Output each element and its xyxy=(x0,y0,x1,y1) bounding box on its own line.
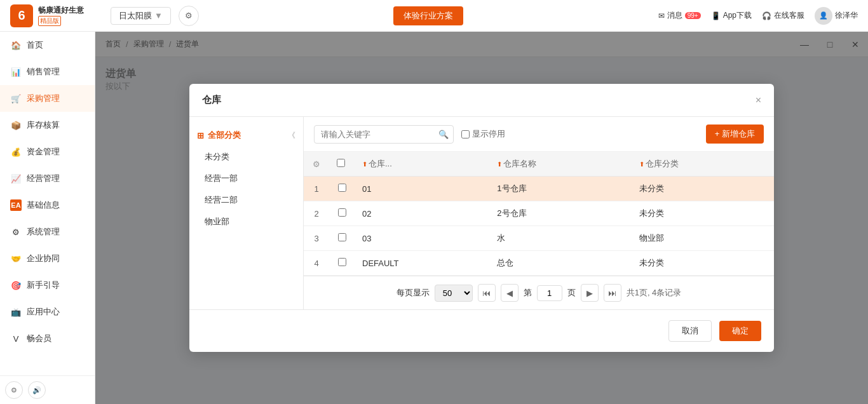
avatar-icon: 👤 xyxy=(819,11,828,20)
dialog-footer: 取消 确定 xyxy=(189,309,774,352)
row-code: DEFAULT xyxy=(355,251,489,276)
sidebar-bottom: ⚙ 🔊 xyxy=(0,375,95,404)
user-profile-button[interactable]: 👤 徐泽华 xyxy=(815,7,858,25)
per-page-select[interactable]: 50 10 20 100 xyxy=(435,285,473,302)
sidebar-item-system[interactable]: ⚙ 系统管理 xyxy=(0,219,95,245)
category-all-header[interactable]: ⊞ 全部分类 《 xyxy=(189,125,303,146)
sales-icon: 📊 xyxy=(10,66,22,77)
row-num: 2 xyxy=(304,201,329,226)
warehouse-table: ⚙ ⬆仓库... ⬆仓库名称 xyxy=(304,152,774,276)
sidebar-label-guide: 新手引导 xyxy=(27,279,60,291)
dialog-title: 仓库 xyxy=(202,94,221,106)
pagination-bar: 每页显示 50 10 20 100 ⏮ ◀ 第 页 xyxy=(304,276,774,309)
sidebar-item-enterprise[interactable]: 🤝 企业协同 xyxy=(0,245,95,272)
prev-page-button[interactable]: ◀ xyxy=(501,284,519,302)
logo-badge: 精品版 xyxy=(38,16,61,26)
purchase-icon: 🛒 xyxy=(10,93,22,104)
grid-icon: ⊞ xyxy=(197,131,204,140)
row-name: 总仓 xyxy=(489,251,632,276)
message-button[interactable]: ✉ 消息 99+ xyxy=(658,10,701,21)
sidebar-item-home[interactable]: 🏠 首页 xyxy=(0,32,95,58)
total-info: 共1页, 4条记录 xyxy=(627,287,682,299)
add-warehouse-button[interactable]: + 新增仓库 xyxy=(706,125,764,144)
dialog-overlay: 仓库 × ⊞ 全部分类 《 未分类 xyxy=(95,32,868,404)
message-icon: ✉ xyxy=(658,11,665,20)
apps-icon: 📺 xyxy=(10,306,22,318)
avatar: 👤 xyxy=(815,7,832,25)
table-row[interactable]: 2 02 2号仓库 未分类 xyxy=(304,201,774,226)
show-disabled-toggle[interactable]: 显示停用 xyxy=(461,128,505,140)
show-disabled-label: 显示停用 xyxy=(472,128,505,140)
online-service-button[interactable]: 🎧 在线客服 xyxy=(762,10,804,21)
category-item-property[interactable]: 物业部 xyxy=(189,211,303,232)
confirm-button[interactable]: 确定 xyxy=(719,321,761,341)
all-category-label: 全部分类 xyxy=(208,130,241,141)
toolbar: 🔍 显示停用 + 新增仓库 xyxy=(304,117,774,152)
table-wrap: ⚙ ⬆仓库... ⬆仓库名称 xyxy=(304,152,774,276)
sidebar-item-operations[interactable]: 📈 经营管理 xyxy=(0,165,95,192)
category-item-uncategorized[interactable]: 未分类 xyxy=(189,146,303,168)
table-row[interactable]: 1 01 1号仓库 未分类 xyxy=(304,177,774,201)
main-content: 首页 / 采购管理 / 进货单 — □ ✕ 进货单 按以下 仓库 xyxy=(95,32,868,404)
row-checkbox[interactable] xyxy=(338,208,346,217)
sidebar-label-sales: 销售管理 xyxy=(27,66,60,77)
page-label: 第 xyxy=(524,287,532,299)
message-badge: 99+ xyxy=(685,12,701,19)
basic-info-icon: EA xyxy=(10,199,22,211)
next-page-button[interactable]: ▶ xyxy=(581,284,599,302)
category-item-ops2[interactable]: 经营二部 xyxy=(189,189,303,211)
col-code: ⬆仓库... xyxy=(355,152,489,177)
search-input[interactable] xyxy=(314,125,454,144)
settings-bottom-button[interactable]: ⚙ xyxy=(5,381,23,399)
sidebar-item-apps[interactable]: 📺 应用中心 xyxy=(0,299,95,325)
dialog-body: ⊞ 全部分类 《 未分类 经营一部 经营二部 物业部 xyxy=(189,117,774,309)
cancel-button[interactable]: 取消 xyxy=(668,320,712,342)
home-icon: 🏠 xyxy=(10,39,22,51)
sidebar-label-operations: 经营管理 xyxy=(27,173,60,184)
row-name: 1号仓库 xyxy=(489,177,632,201)
page-number-input[interactable] xyxy=(537,285,562,301)
row-checkbox[interactable] xyxy=(338,258,346,266)
store-name: 日太阳膜 xyxy=(119,10,152,22)
sidebar-item-guide[interactable]: 🎯 新手引导 xyxy=(0,272,95,299)
row-code: 01 xyxy=(355,177,489,201)
category-item-ops1[interactable]: 经营一部 xyxy=(189,168,303,189)
row-code: 03 xyxy=(355,226,489,251)
sidebar-item-purchase[interactable]: 🛒 采购管理 xyxy=(0,85,95,112)
row-category: 未分类 xyxy=(632,201,774,226)
search-wrap: 🔍 xyxy=(314,125,454,144)
sidebar-label-inventory: 库存核算 xyxy=(27,119,60,131)
select-all-checkbox[interactable] xyxy=(337,159,345,167)
col-category: ⬆仓库分类 xyxy=(632,152,774,177)
table-row[interactable]: 4 DEFAULT 总仓 未分类 xyxy=(304,251,774,276)
app-download-button[interactable]: 📱 App下载 xyxy=(711,10,752,21)
row-checkbox[interactable] xyxy=(338,233,346,241)
category-panel: ⊞ 全部分类 《 未分类 经营一部 经营二部 物业部 xyxy=(189,117,304,309)
table-row[interactable]: 3 03 水 物业部 xyxy=(304,226,774,251)
sidebar: 🏠 首页 📊 销售管理 🛒 采购管理 📦 库存核算 💰 资金管理 📈 经营管理 … xyxy=(0,32,95,404)
sidebar-item-member[interactable]: V 畅会员 xyxy=(0,325,95,352)
sidebar-item-basic-info[interactable]: EA 基础信息 xyxy=(0,192,95,219)
last-page-button[interactable]: ⏭ xyxy=(604,284,621,302)
sidebar-item-finance[interactable]: 💰 资金管理 xyxy=(0,138,95,165)
row-category: 未分类 xyxy=(632,177,774,201)
dialog-header: 仓库 × xyxy=(189,84,774,117)
show-disabled-checkbox[interactable] xyxy=(461,130,470,138)
sidebar-item-sales[interactable]: 📊 销售管理 xyxy=(0,58,95,85)
dialog-close-button[interactable]: × xyxy=(756,95,761,106)
top-header: 6 畅康通好生意 精品版 日太阳膜 ▼ ⚙ 体验行业方案 ✉ 消息 99+ 📱 … xyxy=(0,0,868,32)
headset-icon: 🎧 xyxy=(762,11,771,20)
search-icon[interactable]: 🔍 xyxy=(438,130,449,139)
sidebar-item-inventory[interactable]: 📦 库存核算 xyxy=(0,112,95,138)
collapse-icon[interactable]: 《 xyxy=(288,130,295,141)
sidebar-label-purchase: 采购管理 xyxy=(27,93,60,104)
first-page-button[interactable]: ⏮ xyxy=(478,284,496,302)
sidebar-label-system: 系统管理 xyxy=(27,226,60,238)
volume-button[interactable]: 🔊 xyxy=(28,381,46,399)
settings-button[interactable]: ⚙ xyxy=(179,6,199,26)
gear-icon: ⚙ xyxy=(185,11,193,20)
row-checkbox[interactable] xyxy=(338,184,346,192)
store-selector[interactable]: 日太阳膜 ▼ xyxy=(111,7,171,25)
logo-icon: 6 xyxy=(10,4,33,27)
trial-button[interactable]: 体验行业方案 xyxy=(393,6,463,25)
